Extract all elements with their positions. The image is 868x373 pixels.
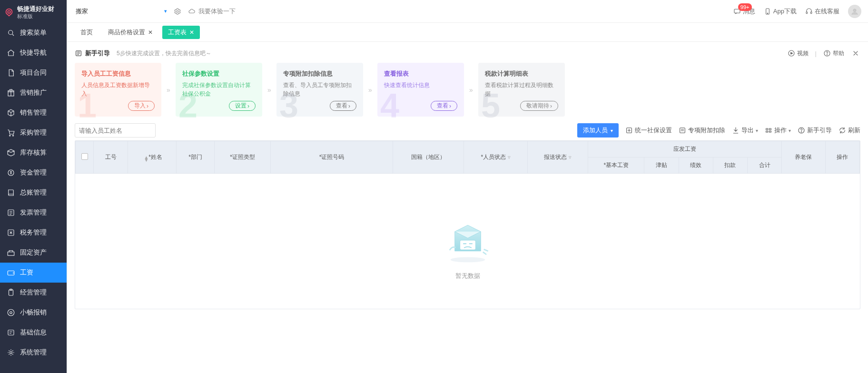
sidebar-item-cube[interactable]: 销售管理: [0, 103, 67, 123]
sidebar-item-tax[interactable]: 税务管理: [0, 223, 67, 243]
col-deduct[interactable]: 扣款: [724, 162, 736, 168]
col-status[interactable]: *人员状态: [481, 154, 506, 160]
svg-rect-6: [810, 11, 812, 13]
page-tab-label: 工资表: [168, 26, 187, 39]
ops-link[interactable]: 操作 ▾: [765, 126, 791, 135]
guide-video[interactable]: 视频: [788, 49, 809, 58]
org-select[interactable]: 搬家 ▾: [76, 7, 167, 16]
page-tab-label: 首页: [80, 26, 93, 39]
sidebar-item-gift[interactable]: 营销推广: [0, 83, 67, 103]
empty-illustration-icon: [442, 216, 494, 264]
sidebar-item-book[interactable]: 总账管理: [0, 183, 67, 203]
org-name: 搬家: [76, 7, 88, 16]
col-allowance[interactable]: 津贴: [656, 162, 667, 168]
special-deduct-link[interactable]: 专项附加扣除: [679, 126, 725, 135]
sidebar-item-label: 工资: [20, 268, 33, 277]
sidebar-item-home[interactable]: 快捷导航: [0, 43, 67, 63]
col-base[interactable]: *基本工资: [603, 162, 629, 168]
guide-card-3: 3专项附加扣除信息查看、导入员工专项附加扣除信息查看 ›: [276, 63, 363, 117]
guide-arrow-icon: »: [161, 63, 176, 117]
sidebar-item-label: 库存核算: [20, 148, 47, 157]
page-tab[interactable]: 商品价格设置✕: [102, 26, 158, 39]
sidebar-item-invoice[interactable]: 发票管理: [0, 203, 67, 223]
col-total[interactable]: 合计: [759, 162, 770, 168]
doc-icon: [7, 69, 15, 77]
col-perf[interactable]: 绩效: [690, 162, 701, 168]
guide-link[interactable]: 新手引导: [798, 126, 832, 135]
guide-card-button[interactable]: 设置 ›: [229, 101, 256, 111]
svg-rect-5: [806, 11, 808, 13]
sidebar-item-reimburse[interactable]: 小畅报销: [0, 303, 67, 323]
page-tab[interactable]: 工资表✕: [162, 26, 200, 39]
search-input-wrap[interactable]: [75, 123, 156, 137]
sort-icon[interactable]: ▲▼: [144, 156, 148, 162]
close-icon[interactable]: ✕: [189, 26, 194, 39]
refresh-label: 刷新: [848, 126, 860, 135]
close-icon[interactable]: ✕: [148, 26, 153, 39]
svg-point-7: [853, 9, 856, 11]
guide-close[interactable]: [851, 49, 860, 58]
sidebar-item-label: 固定资产: [20, 248, 47, 257]
settings-icon[interactable]: [174, 8, 181, 15]
filter-icon[interactable]: ▿: [508, 154, 511, 160]
chevron-right-icon: ›: [247, 103, 249, 109]
guide-card-sub: 完成社保参数设置自动计算社保公积金: [182, 81, 256, 98]
sidebar-item-label: 搜索菜单: [20, 29, 47, 37]
wallet-icon: [7, 268, 15, 277]
sidebar-item-wallet[interactable]: 工资: [0, 263, 67, 283]
guide-card-number: 4: [380, 86, 399, 125]
guide-card-button[interactable]: 导入 ›: [128, 101, 155, 111]
col-cert-no[interactable]: *证照号码: [319, 154, 345, 160]
messages[interactable]: 消息 99+: [733, 7, 755, 16]
guide-card-button[interactable]: 敬请期待 ›: [520, 101, 558, 111]
guide-card-button[interactable]: 查看 ›: [330, 101, 356, 111]
try-experience[interactable]: 我要体验一下: [188, 7, 236, 16]
guide-card-button[interactable]: 查看 ›: [431, 101, 457, 111]
export-label: 导出: [741, 126, 754, 135]
guide-card-5: 5税款计算明细表查看税款计算过程及明细数据敬请期待 ›: [478, 63, 565, 117]
social-settings-link[interactable]: 统一社保设置: [625, 126, 672, 135]
sidebar-item-info[interactable]: 基础信息: [0, 323, 67, 343]
select-all-checkbox[interactable]: [81, 153, 88, 160]
sidebar-item-doc[interactable]: 项目合同: [0, 63, 67, 83]
sidebar-item-search[interactable]: 搜索菜单: [0, 23, 67, 43]
refresh-link[interactable]: 刷新: [838, 126, 860, 135]
clipboard-icon: [7, 288, 15, 297]
page-tab-label: 商品价格设置: [108, 26, 145, 39]
export-link[interactable]: 导出 ▾: [732, 126, 758, 135]
col-cert-type[interactable]: *证照类型: [230, 154, 255, 160]
svg-rect-22: [460, 240, 475, 250]
add-person-button[interactable]: 添加人员 ▾: [577, 123, 619, 137]
customer-service[interactable]: 在线客服: [805, 7, 839, 16]
col-report[interactable]: 报送状态: [544, 154, 567, 160]
try-experience-label: 我要体验一下: [198, 7, 236, 16]
sidebar-item-clipboard[interactable]: 经营管理: [0, 283, 67, 303]
filter-icon[interactable]: ▿: [569, 154, 572, 160]
special-deduct-label: 专项附加扣除: [688, 126, 725, 135]
guide-card-2: 2社保参数设置完成社保参数设置自动计算社保公积金设置 ›: [176, 63, 262, 117]
guide-help[interactable]: 帮助: [823, 49, 844, 58]
col-pension[interactable]: 养老保: [795, 154, 812, 160]
sidebar: 畅捷通好业财 标准版 搜索菜单快捷导航项目合同营销推广销售管理采购管理库存核算资…: [0, 0, 67, 373]
avatar[interactable]: [848, 5, 861, 18]
sidebar-item-asset[interactable]: 固定资产: [0, 243, 67, 263]
col-id[interactable]: 工号: [105, 154, 117, 160]
search-icon: [7, 29, 15, 37]
svg-point-20: [801, 132, 801, 132]
search-input[interactable]: [79, 127, 159, 134]
sidebar-item-coin[interactable]: 资金管理: [0, 163, 67, 183]
sidebar-item-label: 营销推广: [20, 88, 47, 97]
sidebar-item-label: 项目合同: [20, 69, 47, 77]
guide-title-text: 新手引导: [85, 49, 110, 58]
col-dept[interactable]: *部门: [188, 154, 202, 160]
sidebar-item-box[interactable]: 库存核算: [0, 143, 67, 163]
home-icon: [7, 49, 15, 57]
svg-rect-18: [769, 131, 771, 132]
page-tab[interactable]: 首页: [75, 26, 99, 39]
col-name[interactable]: *姓名: [148, 154, 162, 160]
app-download[interactable]: App下载: [764, 7, 797, 16]
sidebar-item-gear[interactable]: 系统管理: [0, 343, 67, 363]
col-nation[interactable]: 国籍（地区）: [411, 154, 445, 160]
sidebar-item-cart[interactable]: 采购管理: [0, 123, 67, 143]
guide-card-title: 专项附加扣除信息: [283, 69, 356, 78]
